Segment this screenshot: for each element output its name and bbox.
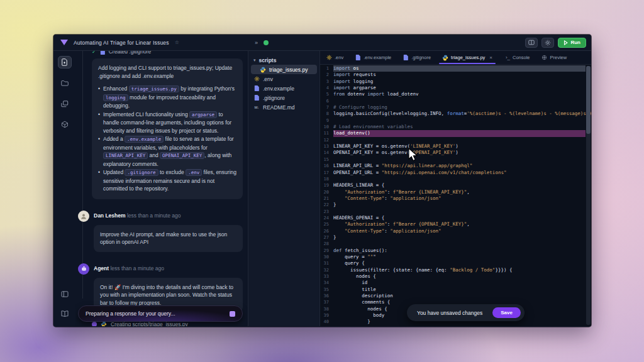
save-button[interactable]: Save (492, 307, 521, 318)
chat-scroll-area[interactable]: ✓ Created .gitignore Add logging and CLI… (75, 51, 248, 326)
code-line-16[interactable]: 16LINEAR_API_URL = "https://api.linear.a… (320, 163, 586, 169)
tab-console[interactable]: ›_Console (498, 51, 536, 64)
layout-button[interactable] (525, 38, 538, 48)
book-icon (61, 310, 69, 317)
app-logo-icon[interactable] (60, 40, 68, 45)
line-content: "Authorization": f"Bearer {LINEAR_API_KE… (333, 189, 586, 195)
code-line-3[interactable]: 3import logging (320, 79, 586, 85)
line-content: import os (333, 65, 586, 72)
code-line-33[interactable]: 33 nodes { (320, 273, 586, 280)
code-line-5[interactable]: 5from dotenv import load_dotenv (320, 91, 586, 97)
line-number: 21 (320, 195, 333, 202)
run-button[interactable]: Run (558, 38, 586, 48)
file-tree-item--gitignore[interactable]: .gitignore (248, 93, 319, 102)
summary-intro: Add logging and CLI support to triage_is… (98, 64, 236, 80)
close-tab-icon[interactable]: × (489, 55, 492, 60)
bullet-text-segment: and (148, 152, 160, 158)
code-line-26[interactable]: 26 "Content-Type": "application/json" (320, 228, 586, 234)
line-number: 10 (320, 124, 333, 130)
file-tree-item--env-example[interactable]: .env.example (248, 84, 319, 93)
agent-status-bar[interactable]: Preparing a response for your query... (78, 305, 243, 322)
line-content: HEADERS_LINEAR = { (333, 182, 586, 189)
star-icon[interactable]: ☆ (175, 40, 179, 45)
file-tree-panel: ▾ scripts triage_issues.py.env.env.examp… (248, 51, 320, 326)
code-line-13[interactable]: 13LINEAR_API_KEY = os.getenv('LINEAR_API… (320, 143, 586, 150)
editor-tabbar: .env.env.example.gitignoretriage_issues.… (320, 51, 591, 65)
person-photo-icon (80, 212, 87, 220)
code-line-32[interactable]: 32 issues(filter: {state: {name: {eq: "B… (320, 267, 586, 273)
scrollbar-thumb[interactable] (586, 66, 591, 134)
code-line-22[interactable]: 22} (320, 202, 586, 208)
tab-label: .gitignore (411, 55, 431, 60)
code-line-12[interactable]: 12 (320, 137, 586, 143)
line-content: query = """ (333, 254, 586, 260)
bullet-text: Added a .env.example file to serve as a … (103, 135, 236, 168)
code-line-20[interactable]: 20 "Authorization": f"Bearer {LINEAR_API… (320, 189, 586, 195)
multiplayer-button[interactable] (58, 97, 72, 110)
code-line-24[interactable]: 24HEADERS_OPENAI = { (320, 215, 586, 221)
code-line-30[interactable]: 30 query = """ (320, 254, 586, 260)
message-author: Agent (94, 265, 109, 272)
code-line-6[interactable]: 6 (320, 98, 586, 104)
file-label: .env (263, 76, 273, 82)
code-line-35[interactable]: 35 title (320, 287, 586, 293)
code-line-7[interactable]: 7# Configure logging (320, 104, 586, 111)
line-number: 35 (320, 287, 333, 293)
completed-step-row: ✓ Created .gitignore (92, 51, 243, 55)
folder-label: scripts (259, 57, 277, 63)
tab-preview[interactable]: Preview (536, 51, 573, 64)
code-line-17[interactable]: 17OPENAI_API_URL = "https://api.openai.c… (320, 170, 586, 176)
code-line-11[interactable]: 11load_dotenv() (320, 130, 586, 136)
code-line-31[interactable]: 31 query { (320, 260, 586, 266)
folder-row-scripts[interactable]: ▾ scripts (248, 55, 319, 65)
file-tree-item--env[interactable]: .env (248, 74, 319, 84)
file-icon (254, 85, 259, 91)
code-line-21[interactable]: 21 "Content-Type": "application/json" (320, 195, 586, 202)
tab--gitignore[interactable]: .gitignore (397, 51, 436, 64)
line-content (333, 98, 586, 104)
tab--env-example[interactable]: .env.example (349, 51, 397, 64)
code-line-28[interactable]: 28 (320, 241, 586, 247)
code-line-29[interactable]: 29def fetch_issues(): (320, 248, 586, 254)
code-line-27[interactable]: 27} (320, 234, 586, 241)
line-content (333, 118, 586, 124)
file-plus-icon (61, 58, 68, 66)
files-button[interactable] (58, 77, 72, 89)
bullet-text: Updated .gitignore to exclude .env files… (103, 168, 236, 193)
code-line-23[interactable]: 23 (320, 209, 586, 215)
packages-button[interactable] (58, 118, 72, 131)
stop-button[interactable] (230, 311, 235, 317)
bullet-text-segment: by integrating Python's (179, 85, 235, 92)
panel-toggle-button[interactable] (58, 288, 72, 300)
line-content: def fetch_issues(): (333, 248, 586, 254)
code-line-34[interactable]: 34 id (320, 280, 586, 286)
code-line-9[interactable]: 9 (320, 118, 586, 124)
editor-scrollbar[interactable] (586, 66, 591, 325)
code-line-1[interactable]: 1import os (320, 65, 586, 72)
code-line-25[interactable]: 25 "Authorization": f"Bearer {OPENAI_API… (320, 221, 586, 228)
code-line-14[interactable]: 14OPENAI_API_KEY = os.getenv('OPENAI_API… (320, 150, 586, 156)
file-tree-item-triage-issues-py[interactable]: triage_issues.py (251, 65, 317, 74)
code-line-10[interactable]: 10# Load environment variables (320, 124, 586, 130)
code-line-8[interactable]: 8logging.basicConfig(level=logging.INFO,… (320, 111, 586, 117)
tab-label: .env (335, 55, 343, 60)
header-bar: Automating AI Triage for Linear Issues ☆… (53, 35, 591, 51)
code-area[interactable]: 1import os2import requests3import loggin… (320, 65, 586, 326)
code-line-36[interactable]: 36 description (320, 293, 586, 299)
line-number: 19 (320, 182, 333, 189)
code-line-18[interactable]: 18 (320, 176, 586, 182)
file-tree-item-readme-md[interactable]: M↓README.md (248, 102, 319, 112)
code-line-15[interactable]: 15 (320, 156, 586, 163)
settings-button[interactable] (541, 38, 554, 48)
tab-triage-issues-py[interactable]: triage_issues.py× (436, 51, 498, 64)
bullet-text-segment: Added a (103, 136, 125, 142)
tab--env[interactable]: .env (320, 51, 349, 64)
docs-button[interactable] (58, 307, 72, 320)
code-line-4[interactable]: 4import argparse (320, 85, 586, 91)
header-right: Run (320, 35, 591, 50)
collapse-chevrons-icon[interactable]: » (255, 40, 258, 46)
agent-chat-button[interactable] (58, 56, 72, 69)
code-line-2[interactable]: 2import requests (320, 72, 586, 78)
code-line-19[interactable]: 19HEADERS_LINEAR = { (320, 182, 586, 189)
bullet-dot: • (98, 135, 100, 168)
